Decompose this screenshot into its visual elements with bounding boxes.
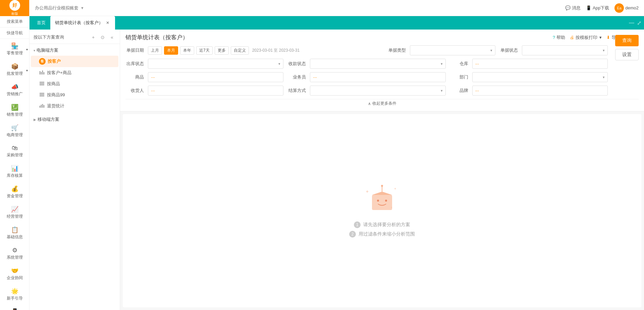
retail-expand-icon: ▾	[26, 47, 28, 51]
sidebar-search-item[interactable]: 搜索菜单	[0, 16, 29, 28]
sidebar-item-wholesale[interactable]: 📦 批发管理 ▴	[0, 59, 29, 80]
svg-rect-12	[42, 104, 43, 108]
breadcrumb-dropdown-icon[interactable]: ▾	[81, 5, 84, 10]
finance-icon: 💰	[0, 185, 29, 193]
date-filter: 上月 本月 本年 近7天 更多 自定义 2023-03-01 至 2023-03…	[148, 46, 300, 55]
date-btn-last-month[interactable]: 上月	[148, 46, 162, 55]
print-dropdown-arrow[interactable]: ▾	[599, 35, 602, 40]
sidebar-item-app-center[interactable]: 📱 应用中心	[0, 305, 29, 310]
tab-home-label: 首页	[37, 20, 46, 26]
sidebar-item-guide[interactable]: 🌟 新手引导	[0, 284, 29, 305]
quick-nav-label: 快捷导航	[7, 31, 23, 35]
svg-rect-11	[41, 105, 42, 108]
date-btn-this-month[interactable]: 本月	[164, 46, 178, 55]
svg-point-20	[381, 185, 383, 187]
date-btn-custom[interactable]: 自定义	[231, 46, 249, 55]
sidebar-item-retail[interactable]: 🏪 零售管理 ▾	[0, 39, 29, 59]
settlement-arrow: ▾	[441, 89, 443, 93]
panel-collapse-btn[interactable]: «	[108, 34, 116, 41]
help-btn[interactable]: ? 帮助	[553, 35, 565, 41]
svg-rect-5	[40, 83, 44, 84]
scheme-item-by-product-99[interactable]: 按商品99	[31, 90, 118, 100]
order-status-select[interactable]: ▾	[522, 45, 608, 55]
logo-icon: 好	[9, 0, 20, 11]
svg-text:✦: ✦	[365, 189, 369, 194]
empty-hint-2: 2 用过滤条件来缩小分析范围	[349, 231, 415, 238]
department-select[interactable]: ▾	[472, 72, 608, 82]
tab-sales-stat[interactable]: 销货单统计表（按客户） ✕	[50, 16, 115, 30]
date-btn-more[interactable]: 更多	[215, 46, 229, 55]
filter-section: 单据日期 上月 本月 本年 近7天 更多 自定义 2023-03-01 至 20…	[125, 45, 639, 111]
scheme-settings-btn[interactable]: ⊙	[99, 34, 106, 41]
svg-text:✦: ✦	[394, 187, 396, 191]
marketing-icon: 📣	[0, 83, 29, 91]
svg-rect-7	[40, 93, 44, 94]
print-icon: 🖨	[570, 35, 574, 40]
business-label: 经营管理	[7, 214, 23, 219]
receipt-status-select[interactable]: ▾	[310, 59, 445, 69]
app-download-btn[interactable]: 📱 App下载	[586, 5, 609, 11]
sidebar-item-business[interactable]: 📈 经营管理	[0, 202, 29, 223]
sidebar-item-enterprise[interactable]: 🤝 企业协同	[0, 264, 29, 284]
salesperson-input[interactable]: ···	[310, 72, 445, 82]
tab-close-icon[interactable]: ✕	[105, 20, 110, 25]
scheme-item-by-customer-product[interactable]: 按客户+商品	[31, 67, 118, 78]
collapse-btn[interactable]: ∧ 收起更多条件	[125, 99, 639, 108]
scheme-item-return-stat[interactable]: 退货统计	[31, 101, 118, 111]
user-avatar: Ea	[614, 3, 624, 13]
enterprise-icon: 🤝	[0, 267, 29, 274]
svg-rect-0	[40, 71, 40, 74]
sidebar-item-ecommerce[interactable]: 🛒 电商管理	[0, 121, 29, 141]
template-print-btn[interactable]: 🖨 按模板打印 ▾	[570, 35, 602, 41]
svg-rect-10	[40, 106, 40, 108]
app-center-icon: 📱	[0, 308, 29, 310]
brand-input[interactable]: ···	[472, 86, 608, 96]
product-label: 商品	[125, 74, 144, 80]
sidebar-item-purchase[interactable]: 🛍 采购管理	[0, 141, 29, 161]
recipient-input[interactable]: ···	[148, 86, 283, 96]
business-icon: 📈	[0, 206, 29, 213]
settings-button[interactable]: 设置	[615, 49, 639, 60]
wholesale-icon: 📦	[0, 63, 29, 70]
system-label: 系统管理	[7, 255, 23, 260]
sidebar-item-sales[interactable]: 💹 销售管理	[0, 100, 29, 121]
retail-icon: 🏪	[0, 42, 29, 50]
scheme-group-desktop-header[interactable]: ▾ 电脑端方案	[30, 45, 120, 55]
settlement-select[interactable]: ▾	[310, 86, 445, 96]
order-type-select[interactable]: ▾	[410, 45, 496, 55]
message-btn[interactable]: 💬 消息	[565, 5, 581, 11]
sidebar-nav: 🏪 零售管理 ▾ 📦 批发管理 ▴ 📣 营销推广 💹 销售管理 🛒 电商管理 🛍…	[0, 39, 29, 310]
date-range-display: 2023-03-01 至 2023-03-31	[252, 48, 300, 53]
warehouse-input[interactable]: ···	[472, 59, 608, 69]
sidebar-item-basic[interactable]: 📋 基础信息	[0, 223, 29, 243]
scheme-item-by-customer[interactable]: 客 按客户	[31, 56, 118, 67]
scheme-group-mobile-header[interactable]: ▶ 移动端方案	[30, 114, 120, 124]
scheme-item-by-product[interactable]: 按商品	[31, 79, 118, 89]
tab-maximize-icon[interactable]: ⤢	[637, 20, 641, 26]
collapse-label: 收起更多条件	[372, 101, 396, 106]
sidebar-item-system[interactable]: ⚙ 系统管理	[0, 243, 29, 264]
sidebar-item-inventory[interactable]: 📊 库存核算	[0, 161, 29, 182]
tab-home[interactable]: 首页	[32, 16, 50, 30]
app-logo[interactable]: 好 标版	[0, 0, 29, 16]
date-btn-this-year[interactable]: 本年	[180, 46, 194, 55]
add-scheme-btn[interactable]: +	[90, 34, 97, 41]
sidebar-item-marketing[interactable]: 📣 营销推广	[0, 80, 29, 100]
wholesale-expand-icon: ▴	[26, 68, 28, 71]
svg-rect-8	[40, 94, 44, 95]
app-download-label: App下载	[593, 5, 609, 11]
tab-minimize-icon[interactable]: —	[629, 20, 634, 26]
breadcrumb-title: 办公用品行业模拟账套	[35, 5, 78, 11]
query-button[interactable]: 查询	[615, 35, 639, 46]
finance-label: 资金管理	[7, 194, 23, 198]
product-input[interactable]: ···	[148, 72, 283, 82]
svg-rect-3	[44, 72, 44, 74]
sidebar-item-finance[interactable]: 💰 资金管理	[0, 182, 29, 202]
date-label: 单据日期	[125, 47, 144, 53]
warehouse-dots: ···	[475, 61, 479, 66]
sidebar-quick-nav-item[interactable]: 快捷导航	[0, 28, 29, 39]
user-profile-btn[interactable]: Ea demo2	[614, 3, 639, 13]
date-btn-last-7-days[interactable]: 近7天	[196, 46, 213, 55]
out-status-select[interactable]: ▾	[148, 59, 283, 69]
help-icon: ?	[553, 35, 555, 40]
